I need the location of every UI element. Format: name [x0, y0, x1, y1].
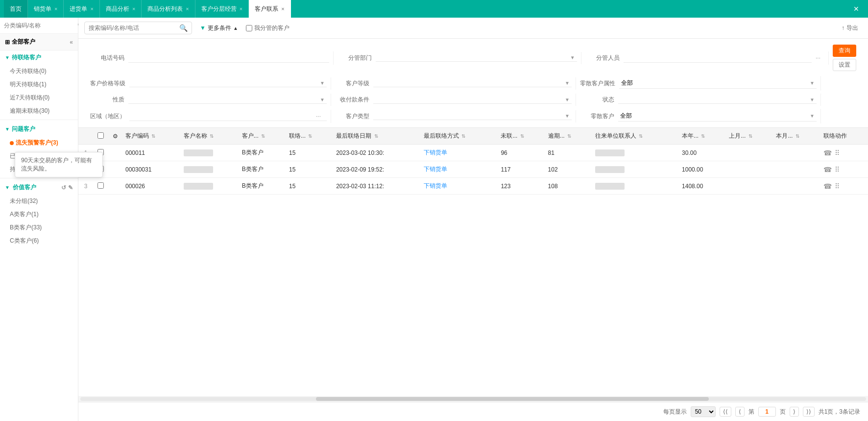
filter-phone: 电话号码: [86, 51, 334, 65]
filter-scatter: 零散客户 全部 ▼: [576, 109, 821, 124]
collapse-icon[interactable]: «: [70, 39, 73, 46]
nav-home[interactable]: 首页: [4, 0, 28, 18]
toolbar-search-container[interactable]: 🔍: [84, 22, 192, 34]
horizontal-scrollbar[interactable]: [78, 396, 868, 402]
th-name[interactable]: 客户名称 ⇅: [181, 128, 239, 145]
sidebar-section-pending[interactable]: ▼ 待联络客户: [0, 50, 78, 65]
filter-price-select[interactable]: ▼: [129, 79, 327, 87]
sidebar-item-churn-warning[interactable]: 流失预警客户(3): [0, 136, 78, 149]
nav-customer-contact[interactable]: 客户联系 ×: [249, 0, 290, 18]
filter-scatter-select[interactable]: 全部 ▼: [618, 111, 817, 122]
row-name-3: [181, 178, 239, 195]
search-input[interactable]: [89, 25, 179, 31]
nav-sales[interactable]: 销货单 ×: [28, 0, 64, 18]
more-action-icon-2[interactable]: ⠿: [835, 166, 840, 173]
th-gear[interactable]: ⚙: [108, 128, 122, 145]
sidebar-all-customers[interactable]: ⊞ 全部客户 «: [0, 34, 78, 50]
search-icon[interactable]: 🔍: [179, 24, 188, 32]
filter-person-input[interactable]: [624, 53, 812, 63]
contact-icon-2[interactable]: ☎: [823, 166, 832, 173]
refresh-icon[interactable]: ↺: [61, 184, 66, 191]
more-dots-icon[interactable]: ···: [312, 113, 325, 120]
sidebar-item-unclassified[interactable]: 未分组(32): [0, 195, 78, 208]
sidebar-search-input[interactable]: [4, 22, 77, 29]
sidebar-item-7days[interactable]: 近7天待联络(0): [0, 91, 78, 104]
filter-customer-type-select[interactable]: ▼: [373, 112, 572, 120]
nav-customer-tier[interactable]: 客户分层经营 ×: [195, 0, 249, 18]
th-overdue[interactable]: 逾期... ⇅: [545, 128, 592, 145]
window-close[interactable]: ✕: [852, 5, 860, 13]
sidebar-item-today[interactable]: 今天待联络(0): [0, 65, 78, 78]
next-page-button[interactable]: ⟩: [790, 407, 799, 417]
filter-payment-label: 收付款条件: [335, 96, 369, 104]
row-contacts-1: 15: [286, 145, 333, 161]
edit-icon[interactable]: ✎: [68, 184, 73, 191]
sidebar-item-class-b[interactable]: B类客户(33): [0, 221, 78, 234]
sidebar-item-class-c[interactable]: C类客户(6): [0, 234, 78, 248]
select-all-checkbox[interactable]: [97, 132, 104, 139]
row-checkbox-3[interactable]: [97, 182, 104, 189]
close-product-analysis-tab[interactable]: ×: [132, 6, 135, 12]
more-action-icon-1[interactable]: ⠿: [835, 149, 840, 157]
more-conditions-button[interactable]: ▼ 更多条件 ▲: [196, 22, 242, 34]
th-last-contact-date[interactable]: 最后联络日期 ⇅: [333, 128, 420, 145]
filter-customer-level-select[interactable]: ▼: [373, 79, 572, 87]
th-last-month[interactable]: 上月... ⇅: [726, 128, 773, 145]
nav-purchase[interactable]: 进货单 ×: [64, 0, 99, 18]
more-action-icon-3[interactable]: ⠿: [835, 182, 840, 190]
sidebar-section-value[interactable]: ▼ 价值客户 ↺ ✎: [0, 180, 78, 195]
sidebar-item-tomorrow[interactable]: 明天待联络(1): [0, 78, 78, 91]
export-button[interactable]: ↑ 导出: [838, 22, 862, 34]
th-contacts[interactable]: 联络... ⇅: [286, 128, 333, 145]
th-code[interactable]: 客户编码 ⇅: [122, 128, 181, 145]
th-unit-contact[interactable]: 往来单位联系人 ⇅: [592, 128, 679, 145]
nav-product-analysis-list[interactable]: 商品分析列表 ×: [142, 0, 195, 18]
row-code-1: 000011: [122, 145, 181, 161]
row-check-3[interactable]: [93, 178, 108, 195]
more-icon[interactable]: ···: [812, 54, 824, 61]
per-page-select[interactable]: 50 100 200: [691, 406, 716, 417]
scrollbar-thumb[interactable]: [316, 397, 709, 401]
row-last-method-1[interactable]: 下销货单: [421, 145, 498, 161]
settings-button[interactable]: 设置: [833, 59, 856, 71]
sidebar-item-class-a[interactable]: A类客户(1): [0, 208, 78, 221]
sidebar-item-overdue[interactable]: 逾期未联络(30): [0, 104, 78, 118]
filter-scatter-attr-select[interactable]: 全部 ▼: [619, 78, 817, 89]
th-this-month[interactable]: 本月... ⇅: [773, 128, 820, 145]
close-purchase-tab[interactable]: ×: [90, 6, 93, 12]
close-product-analysis-list-tab[interactable]: ×: [186, 6, 189, 12]
scrollbar-track[interactable]: [80, 397, 866, 401]
th-uncontacted[interactable]: 未联... ⇅: [498, 128, 545, 145]
query-button[interactable]: 查询: [833, 45, 856, 57]
row-action-3: ☎ ⠿: [820, 178, 868, 195]
close-sales-tab[interactable]: ×: [54, 6, 57, 12]
close-customer-contact-tab[interactable]: ×: [281, 6, 284, 12]
filter-person-label: 分管人员: [585, 54, 620, 62]
first-page-button[interactable]: ⟨⟨: [720, 407, 731, 417]
my-customers-checkbox-container[interactable]: 我分管的客户: [246, 24, 289, 32]
row-last-method-3[interactable]: 下销货单: [421, 178, 498, 195]
my-customers-checkbox[interactable]: [246, 25, 252, 31]
th-last-contact-method[interactable]: 最后联络方式 ⇅: [421, 128, 498, 145]
th-this-year[interactable]: 本年... ⇅: [679, 128, 726, 145]
contact-icon-1[interactable]: ☎: [823, 149, 832, 157]
filter-region-select[interactable]: ···: [129, 112, 327, 121]
filter-status-select[interactable]: ▼: [618, 96, 817, 104]
filter-dept-select[interactable]: ▼: [376, 54, 577, 62]
filter-payment-select[interactable]: ▼: [373, 96, 572, 104]
th-checkbox[interactable]: [93, 128, 108, 145]
page-number-input[interactable]: [758, 407, 776, 417]
th-type[interactable]: 客户... ⇅: [239, 128, 286, 145]
contact-icon-3[interactable]: ☎: [823, 182, 832, 190]
filter-phone-input[interactable]: [128, 53, 329, 63]
close-customer-tier-tab[interactable]: ×: [240, 6, 242, 12]
filter-nature-select[interactable]: ▼: [128, 96, 327, 104]
filter-dept: 分管部门 ▼: [334, 52, 581, 64]
per-page-label: 每页显示: [663, 408, 687, 416]
last-page-button[interactable]: ⟩⟩: [803, 407, 815, 417]
row-last-method-2[interactable]: 下销货单: [421, 161, 498, 178]
nav-product-analysis[interactable]: 商品分析 ×: [100, 0, 142, 18]
prev-page-button[interactable]: ⟨: [735, 407, 745, 417]
arrow-down-icon3: ▼: [5, 185, 10, 190]
sidebar-section-problem[interactable]: ▼ 问题客户: [0, 122, 78, 136]
